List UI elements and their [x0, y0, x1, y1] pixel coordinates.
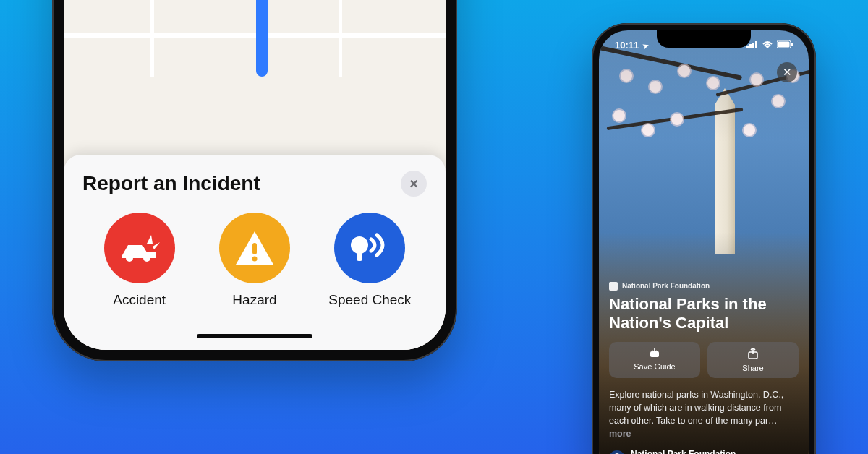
- screen-left: Report an Incident × Accident: [64, 0, 446, 350]
- svg-point-1: [143, 254, 150, 262]
- save-guide-button[interactable]: Save Guide: [609, 342, 700, 378]
- brand-logo-icon: [609, 282, 618, 291]
- phone-frame-left: Report an Incident × Accident: [52, 0, 457, 361]
- close-guide-button[interactable]: ✕: [777, 62, 797, 82]
- guide-description: Explore national parks in Washington, D.…: [609, 388, 799, 441]
- svg-point-0: [126, 254, 133, 262]
- svg-rect-5: [357, 251, 362, 261]
- guide-brand: National Park Foundation: [609, 282, 799, 291]
- svg-rect-9: [755, 41, 757, 48]
- incident-label: Speed Check: [328, 292, 411, 308]
- brand-label: National Park Foundation: [622, 282, 710, 290]
- location-icon: ➤: [642, 40, 650, 50]
- incident-option-hazard[interactable]: Hazard: [203, 213, 305, 308]
- save-label: Save Guide: [634, 362, 675, 371]
- close-sheet-button[interactable]: ×: [401, 171, 427, 197]
- incident-option-speed-check[interactable]: Speed Check: [319, 213, 421, 308]
- source-badge-icon: [609, 450, 625, 455]
- share-icon: [748, 348, 758, 361]
- wifi-icon: [762, 40, 773, 51]
- incident-label: Hazard: [232, 292, 276, 308]
- phone-frame-right: 10:11 ➤: [592, 23, 816, 454]
- svg-rect-11: [778, 41, 790, 47]
- incident-label: Accident: [113, 292, 166, 308]
- more-link[interactable]: more: [609, 429, 631, 439]
- svg-rect-12: [791, 43, 793, 46]
- speed-gun-icon: [334, 213, 405, 283]
- incident-option-accident[interactable]: Accident: [88, 213, 190, 308]
- report-incident-sheet: Report an Incident × Accident: [64, 155, 446, 350]
- screen-right: 10:11 ➤: [599, 30, 809, 454]
- notch: [657, 30, 751, 48]
- battery-icon: [777, 40, 793, 51]
- close-icon: ✕: [783, 66, 792, 79]
- source-name: National Park Foundation: [631, 449, 736, 454]
- route-line: [256, 0, 268, 77]
- warning-icon: [219, 213, 290, 283]
- save-icon: [650, 348, 660, 359]
- svg-rect-2: [252, 243, 257, 254]
- status-time: 10:11 ➤: [615, 40, 649, 51]
- guide-title: National Parks in the Nation's Capital: [609, 295, 799, 333]
- home-indicator[interactable]: [197, 334, 312, 338]
- share-label: Share: [742, 364, 763, 372]
- car-crash-icon: [104, 213, 175, 283]
- svg-rect-8: [752, 43, 754, 48]
- svg-rect-6: [746, 46, 749, 48]
- close-icon: ×: [409, 176, 418, 192]
- svg-rect-7: [749, 44, 752, 48]
- share-button[interactable]: Share: [707, 342, 799, 378]
- guide-source[interactable]: National Park Foundation 7 places · Upda…: [609, 449, 799, 454]
- svg-point-3: [252, 257, 257, 262]
- sheet-title: Report an Incident: [82, 172, 260, 195]
